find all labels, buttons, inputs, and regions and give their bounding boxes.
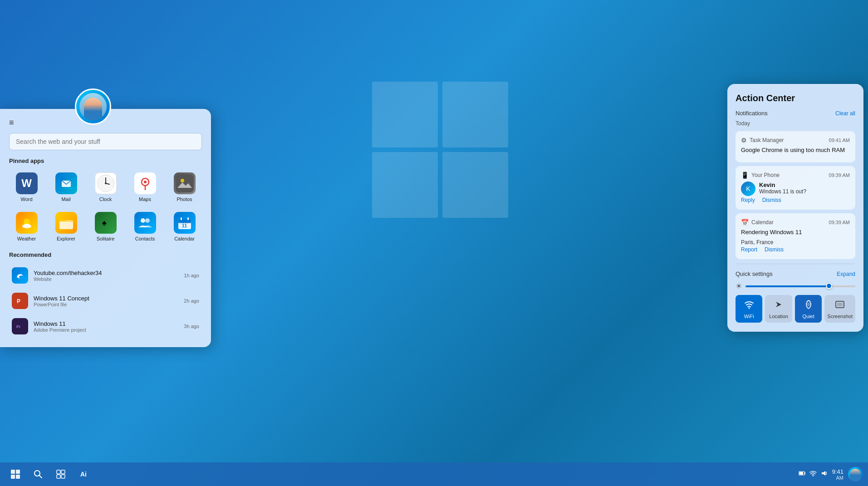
qs-tile-screenshot[interactable]: Screenshot [824,295,855,323]
app-label-photos: Photos [177,196,192,202]
svg-point-22 [141,218,145,223]
pinned-apps-title: Pinned apps [9,157,202,164]
notification-your-phone: 📱 Your Phone 09:39 AM K Kevin Windows 11… [736,166,855,210]
notif-app-info-tm: ⚙ Task Manager [741,137,784,144]
calendar-icon: 11 [174,212,196,234]
app-item-photos[interactable]: Photos [167,170,202,205]
expand-button[interactable]: Expand [837,271,855,277]
photos-icon [174,172,196,194]
svg-rect-48 [61,470,65,474]
wifi-tile-icon [744,299,754,312]
svg-point-45 [34,471,40,476]
svg-rect-29 [187,217,189,220]
app-item-weather[interactable]: Weather [9,209,44,244]
brightness-thumb[interactable] [826,283,832,289]
rec-time-premiere: 3h ago [184,324,199,329]
quick-settings-header: Quick settings Expand [736,270,855,277]
notif-msg-row-yp: K Kevin Windows 11 is out? [741,182,850,196]
taskbar-user-avatar[interactable] [848,467,863,481]
clock-time: 9:41 [832,468,843,475]
rec-item-ppt[interactable]: P Windows 11 Concept PowerPoint file 2h … [9,289,202,313]
powerpoint-icon: P [12,293,28,309]
start-button[interactable] [5,464,25,484]
action-center: Action Center Notifications Clear all To… [727,84,863,332]
rec-item-premiere[interactable]: Pr Windows 11 Adobe Premiere project 3h … [9,314,202,338]
notif-avatar-kevin: K [741,182,755,196]
notif-message-text: Windows 11 is out? [759,188,806,195]
ai-label: Ai [80,471,87,478]
rec-time-youtube: 1h ago [184,273,199,278]
qs-tile-location[interactable]: Location [765,295,792,323]
windows-logo-watermark [372,82,508,218]
notification-task-manager: ⚙ Task Manager 09:41 AM Google Chrome is… [736,131,855,162]
notif-app-info-cal: 📅 Calendar [741,219,774,226]
svg-point-36 [748,308,750,309]
task-view-button[interactable] [51,464,71,484]
app-label-explorer: Explorer [57,236,75,241]
app-item-maps[interactable]: Maps [128,170,162,205]
notif-actions-cal: Report Dismiss [741,245,850,254]
svg-rect-43 [11,475,15,479]
brightness-slider[interactable] [745,285,855,287]
win-logo-cell-tl [372,82,438,147]
app-item-solitaire[interactable]: ♠ Solitaire [88,209,123,244]
ai-button[interactable]: Ai [74,464,93,484]
recommended-list: Youtube.com/thehacker34 Website 1h ago P… [9,264,202,338]
start-menu: ≡ Pinned apps W Word Mail Clock Map [0,109,211,347]
dismiss-button-yp[interactable]: Dismiss [762,196,781,204]
app-item-contacts[interactable]: Contacts [128,209,162,244]
win-logo-cell-br [442,152,508,218]
dismiss-button-cal[interactable]: Dismiss [765,245,784,254]
quick-settings-section: Quick settings Expand ☀ WiFi Location [736,270,855,323]
win-logo-cell-tr [442,82,508,147]
notif-app-info-yp: 📱 Your Phone [741,172,780,179]
svg-line-46 [39,476,42,478]
notif-app-name-yp: Your Phone [751,172,780,178]
app-label-weather: Weather [17,236,36,241]
clock-display[interactable]: 9:41 AM [832,468,843,481]
quick-settings-tiles: WiFi Location Quiet Screenshot [736,295,855,323]
screenshot-tile-label: Screenshot [827,314,853,319]
rec-text-youtube: Youtube.com/thehacker34 Website [34,270,184,282]
notif-header-cal: 📅 Calendar 09:39 AM [741,219,850,226]
app-item-calendar[interactable]: 11 Calendar [167,209,202,244]
svg-point-16 [22,225,31,228]
app-label-mail: Mail [61,196,70,202]
notif-msg-content-yp: Kevin Windows 11 is out? [759,182,806,195]
svg-rect-49 [57,475,60,478]
maps-icon [134,172,156,194]
taskbar: Ai 9:41 AM [0,462,868,486]
app-item-explorer[interactable]: Explorer [49,209,83,244]
app-item-mail[interactable]: Mail [49,170,83,205]
clock-icon [95,172,117,194]
qs-tile-quiet[interactable]: Quiet [795,295,822,323]
rec-text-premiere: Windows 11 Adobe Premiere project [34,320,184,333]
user-avatar[interactable] [75,88,111,125]
svg-text:11: 11 [182,223,187,228]
reply-button[interactable]: Reply [741,196,755,204]
report-button[interactable]: Report [741,245,757,254]
svg-rect-42 [16,470,20,474]
premiere-icon: Pr [12,318,28,334]
rec-text-ppt: Windows 11 Concept PowerPoint file [34,295,184,307]
app-label-contacts: Contacts [135,236,155,241]
app-item-word[interactable]: W Word [9,170,44,205]
app-label-solitaire: Solitaire [97,236,115,241]
notifications-header: Notifications Clear all [736,110,855,117]
notif-time-yp: 09:39 AM [829,172,850,178]
svg-rect-47 [57,470,60,474]
explorer-icon [55,212,77,234]
solitaire-icon: ♠ [95,212,117,234]
svg-point-23 [145,218,150,223]
search-button[interactable] [28,464,48,484]
app-item-clock[interactable]: Clock [88,170,123,205]
notif-app-name-cal: Calendar [751,219,774,226]
pinned-apps-grid: W Word Mail Clock Maps [9,170,202,244]
svg-rect-26 [178,219,191,223]
qs-tile-wifi[interactable]: WiFi [736,295,762,323]
rec-item-youtube[interactable]: Youtube.com/thehacker34 Website 1h ago [9,264,202,287]
rec-sub-premiere: Adobe Premiere project [34,327,184,333]
search-input[interactable] [9,133,202,150]
divider [736,264,855,264]
clear-all-button[interactable]: Clear all [835,110,855,117]
